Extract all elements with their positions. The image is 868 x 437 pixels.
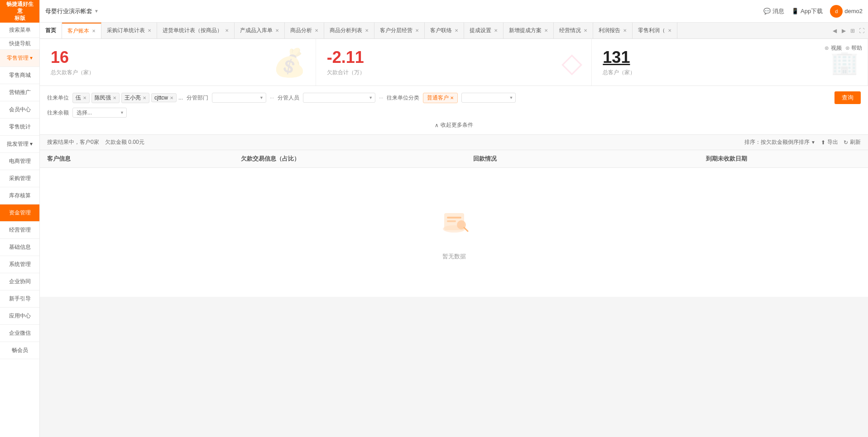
sidebar-item-inventory[interactable]: 库存核算 xyxy=(0,187,39,204)
filter-area: 往来单位 伍 ✕ 陈民强 ✕ 王小亮 ✕ cjttcw xyxy=(40,86,868,135)
filter-classify-tags: 普通客户 ✕ xyxy=(423,93,458,103)
tab-add-commission[interactable]: 新增提成方案 ✕ xyxy=(504,23,554,39)
sidebar-item-retail-mgmt[interactable]: 零售管理 ▾ xyxy=(0,50,39,67)
filter-person-more[interactable]: ··· xyxy=(379,95,383,100)
tab-customer-ledger[interactable]: 客户账本 ✕ xyxy=(62,23,101,39)
sidebar-item-basic-info[interactable]: 基础信息 xyxy=(0,239,39,256)
filter-person-label: 分管人员 xyxy=(278,94,299,102)
tab-close-icon[interactable]: ✕ xyxy=(584,28,587,33)
result-debt-text: 欠款金额 0.00元 xyxy=(105,139,144,145)
tab-product-inbound[interactable]: 产成品入库单 ✕ xyxy=(235,23,285,39)
tab-fullscreen-button[interactable]: ⛶ xyxy=(857,26,866,35)
tab-close-icon[interactable]: ✕ xyxy=(623,28,627,33)
sidebar-item-purchase[interactable]: 采购管理 xyxy=(0,170,39,187)
tab-expand-button[interactable]: ⊞ xyxy=(848,26,857,35)
sidebar-item-operations[interactable]: 经营管理 xyxy=(0,222,39,239)
result-bar-right: 排序：按欠款金额倒序排序 ▼ ⬆ 导出 ↻ 刷新 xyxy=(744,138,861,146)
tabbar: 首页 客户账本 ✕ 采购订单统计表 ✕ 进货单统计表（按商品） ✕ 产成品入库单… xyxy=(40,23,868,39)
tab-customer-contact[interactable]: 客户联络 ✕ xyxy=(425,23,464,39)
sidebar-item-new-user-guide[interactable]: 新手引导 xyxy=(0,290,39,308)
tab-home[interactable]: 首页 xyxy=(40,23,62,39)
filter-unit-more[interactable]: ... xyxy=(178,95,183,101)
tab-product-analysis-list[interactable]: 商品分析列表 ✕ xyxy=(324,23,374,39)
filter-person-select[interactable] xyxy=(303,93,375,103)
message-button[interactable]: 💬 消息 xyxy=(763,7,784,15)
tab-commission-settings[interactable]: 提成设置 ✕ xyxy=(464,23,504,39)
topbar-right: 💬 消息 📱 App下载 d demo2 xyxy=(763,5,863,18)
col-header-customer: 客户信息 xyxy=(47,155,241,163)
export-icon: ⬆ xyxy=(821,139,825,146)
tab-close-icon[interactable]: ✕ xyxy=(148,28,151,33)
filter-classify-select[interactable] xyxy=(461,93,516,103)
tab-close-icon[interactable]: ✕ xyxy=(415,28,419,33)
tab-scroll-left-button[interactable]: ◀ xyxy=(830,26,839,35)
filter-tag-close-wu[interactable]: ✕ xyxy=(83,95,86,100)
filter-tag-close-chen[interactable]: ✕ xyxy=(113,95,116,100)
sidebar-item-member[interactable]: 会员中心 xyxy=(0,101,39,119)
tab-close-icon[interactable]: ✕ xyxy=(315,28,318,33)
sidebar-item-chang-member[interactable]: 畅会员 xyxy=(0,342,39,359)
sidebar-item-search[interactable]: 搜索菜单 xyxy=(0,23,39,38)
tab-customer-segment[interactable]: 客户分层经营 ✕ xyxy=(374,23,425,39)
refresh-button[interactable]: ↻ 刷新 xyxy=(844,138,861,146)
col-header-date: 到期未收款日期 xyxy=(706,155,861,163)
sidebar-item-ecommerce[interactable]: 电商管理 xyxy=(0,153,39,170)
stat-label-total-customers: 总客户（家） xyxy=(603,69,635,76)
sidebar-item-app-center[interactable]: 应用中心 xyxy=(0,308,39,325)
sidebar-item-enterprise-wechat[interactable]: 企业微信 xyxy=(0,325,39,342)
tab-product-analysis[interactable]: 商品分析 ✕ xyxy=(285,23,324,39)
result-info: 搜索结果中，客户0家 欠款金额 0.00元 xyxy=(47,138,144,146)
tab-close-icon[interactable]: ✕ xyxy=(494,28,498,33)
stats-row: 💰 16 总欠款客户（家） ◇ -2.11 欠款合计（万） 🏢 131 总客户（… xyxy=(40,39,868,86)
tab-close-icon[interactable]: ✕ xyxy=(544,28,548,33)
filter-dept-select[interactable] xyxy=(212,93,266,103)
sidebar-item-retail-stats[interactable]: 零售统计 xyxy=(0,119,39,136)
tab-close-icon[interactable]: ✕ xyxy=(225,28,229,33)
help-link[interactable]: ⊙ 帮助 xyxy=(845,44,862,52)
filter-tag-close-classify[interactable]: ✕ xyxy=(450,95,454,100)
query-button[interactable]: 查询 xyxy=(834,91,861,104)
debt-customers-icon: 💰 xyxy=(273,46,307,78)
user-profile[interactable]: d demo2 xyxy=(830,5,863,18)
sidebar-item-enterprise-collab[interactable]: 企业协同 xyxy=(0,273,39,290)
video-link[interactable]: ⊙ 视频 xyxy=(825,44,841,52)
tab-close-icon[interactable]: ✕ xyxy=(668,28,671,33)
sidebar-item-quick-nav[interactable]: 快捷导航 xyxy=(0,38,39,50)
refresh-icon: ↻ xyxy=(844,139,848,146)
result-text: 搜索结果中，客户0家 xyxy=(47,139,99,145)
app-download-button[interactable]: 📱 App下载 xyxy=(791,7,823,15)
empty-icon xyxy=(436,204,472,247)
filter-unit-label: 往来单位 xyxy=(47,94,69,102)
message-icon: 💬 xyxy=(763,8,771,14)
svg-rect-3 xyxy=(447,220,456,222)
account-name: 母婴行业演示帐套 xyxy=(45,7,92,15)
tab-close-icon[interactable]: ✕ xyxy=(365,28,369,33)
sidebar-item-marketing[interactable]: 营销推广 xyxy=(0,84,39,101)
app-download-label: App下载 xyxy=(801,7,823,15)
tabbar-arrows: ◀ ▶ ⊞ ⛶ xyxy=(828,26,868,35)
tab-close-icon[interactable]: ✕ xyxy=(275,28,279,33)
sidebar-item-retail-mall[interactable]: 零售商城 xyxy=(0,67,39,84)
tab-scroll-right-button[interactable]: ▶ xyxy=(839,26,848,35)
stat-value-total-customers[interactable]: 131 xyxy=(603,48,635,67)
sidebar-item-system[interactable]: 系统管理 xyxy=(0,256,39,273)
filter-tag-close-wang[interactable]: ✕ xyxy=(143,95,146,100)
sort-arrow-icon: ▼ xyxy=(811,140,815,145)
filter-balance-select[interactable]: 选择... xyxy=(72,108,127,118)
sidebar-item-finance[interactable]: 资金管理 xyxy=(0,204,39,222)
export-button[interactable]: ⬆ 导出 xyxy=(821,138,838,146)
filter-tag-close-cjttcw[interactable]: ✕ xyxy=(170,95,173,100)
tab-retail-profit[interactable]: 零售利润（ ✕ xyxy=(633,23,677,39)
tab-operations[interactable]: 经营情况 ✕ xyxy=(554,23,593,39)
tab-purchase-order-stats[interactable]: 采购订单统计表 ✕ xyxy=(101,23,157,39)
username: demo2 xyxy=(844,8,863,14)
tab-close-icon[interactable]: ✕ xyxy=(92,28,96,33)
sidebar-item-wholesale[interactable]: 批发管理 ▾ xyxy=(0,136,39,153)
filter-collapse-button[interactable]: ∧ 收起更多条件 xyxy=(47,121,861,129)
filter-dept-more[interactable]: ··· xyxy=(270,95,274,100)
account-selector[interactable]: 母婴行业演示帐套 ▼ xyxy=(45,7,99,15)
filter-tag-unit-chen: 陈民强 ✕ xyxy=(91,93,120,103)
tab-profit-report[interactable]: 利润报告 ✕ xyxy=(593,23,633,39)
tab-inbound-stats-by-product[interactable]: 进货单统计表（按商品） ✕ xyxy=(157,23,235,39)
tab-close-icon[interactable]: ✕ xyxy=(455,28,458,33)
